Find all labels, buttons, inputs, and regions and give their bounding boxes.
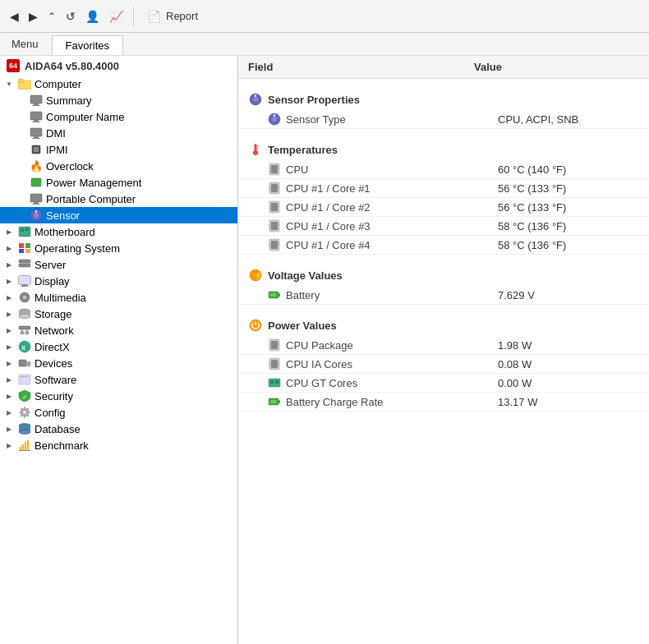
data-field: CPU #1 / Core #2 <box>268 200 498 214</box>
section-header-voltage-values: ⚡Voltage Values <box>238 261 649 286</box>
sidebar-item-label: Portable Computer <box>46 193 136 205</box>
expand-arrow[interactable]: ▶ <box>3 439 15 451</box>
expand-arrow[interactable]: ▶ <box>3 357 15 369</box>
field-value: 0.00 W <box>498 377 532 389</box>
sidebar-item-config[interactable]: ▶Config <box>0 404 237 421</box>
data-row: CPU GT Cores0.00 W <box>238 374 649 393</box>
expand-arrow[interactable]: ▶ <box>3 374 15 385</box>
data-row: CPU #1 / Core #358 °C (136 °F) <box>238 217 649 236</box>
menu-button[interactable]: Menu <box>0 34 50 53</box>
content-panel: Field Value Sensor PropertiesSensor Type… <box>238 56 649 644</box>
sidebar-item-security[interactable]: ▶✓Security <box>0 388 237 404</box>
expand-placeholder <box>15 94 26 106</box>
sidebar-item-benchmark[interactable]: ▶Benchmark <box>0 437 237 453</box>
expand-arrow[interactable]: ▶ <box>3 423 15 435</box>
expand-placeholder <box>15 160 26 172</box>
benchmark-icon <box>18 439 31 452</box>
section-spacer <box>238 255 649 261</box>
svg-point-29 <box>28 264 30 266</box>
svg-rect-33 <box>21 286 29 287</box>
chart-button[interactable]: 📈 <box>106 8 127 25</box>
svg-rect-47 <box>27 361 30 366</box>
sidebar-item-summary[interactable]: Summary <box>0 92 237 108</box>
app-icon: 64 <box>7 59 20 72</box>
expand-arrow[interactable]: ▼ <box>3 78 15 90</box>
sidebar-item-dmi[interactable]: DMI <box>0 125 237 141</box>
field-label: CPU #1 / Core #1 <box>286 182 371 195</box>
sidebar-item-computer[interactable]: ▼Computer <box>0 76 237 92</box>
sidebar-item-portable-computer[interactable]: Portable Computer <box>0 191 237 207</box>
sidebar-item-directx[interactable]: ▶XDirectX <box>0 338 237 355</box>
expand-arrow[interactable]: ▶ <box>3 324 15 336</box>
tree-container: ▼ComputerSummaryComputer NameDMIIPMI🔥Ove… <box>0 76 237 453</box>
sidebar-item-storage[interactable]: ▶Storage <box>0 306 237 322</box>
sidebar-item-operating-system[interactable]: ▶Operating System <box>0 240 237 256</box>
svg-rect-76 <box>271 203 278 211</box>
svg-rect-95 <box>278 400 280 403</box>
sections-container: Sensor PropertiesSensor TypeCPU, ACPI, S… <box>238 79 649 412</box>
section-header-power-values: Power Values <box>238 311 649 336</box>
svg-point-38 <box>19 314 30 319</box>
data-field: Sensor Type <box>268 113 498 126</box>
refresh-button[interactable]: ↺ <box>62 8 79 25</box>
expand-arrow[interactable]: ▶ <box>3 407 15 418</box>
sensor-icon <box>30 209 43 222</box>
sidebar-item-label: IPMI <box>46 144 68 156</box>
sidebar-item-server[interactable]: ▶Server <box>0 256 237 273</box>
cpu-row-icon <box>268 182 281 195</box>
svg-rect-16 <box>32 204 40 205</box>
svg-point-64 <box>253 97 258 102</box>
sidebar-item-software[interactable]: ▶Software <box>0 371 237 388</box>
battery-row-icon <box>268 395 281 408</box>
field-label: CPU IA Cores <box>286 358 352 370</box>
motherboard-icon <box>18 225 31 238</box>
expand-arrow[interactable]: ▶ <box>3 242 15 254</box>
svg-rect-93 <box>275 380 278 384</box>
monitor-icon <box>30 110 43 123</box>
svg-rect-60 <box>25 442 26 450</box>
sidebar-item-sensor[interactable]: Sensor <box>0 207 237 223</box>
expand-arrow[interactable]: ▶ <box>3 292 15 303</box>
forward-button[interactable]: ▶ <box>25 8 41 25</box>
sidebar-item-network[interactable]: ▶Network <box>0 322 237 338</box>
svg-rect-78 <box>271 222 278 230</box>
sidebar-item-multimedia[interactable]: ▶Multimedia <box>0 289 237 306</box>
directx-icon: X <box>18 340 31 353</box>
user-button[interactable]: 👤 <box>82 8 103 25</box>
section-title: Voltage Values <box>268 269 343 282</box>
sidebar-item-ipmi[interactable]: IPMI <box>0 141 237 158</box>
sidebar-item-display[interactable]: ▶Display <box>0 273 237 289</box>
field-value: 60 °C (140 °F) <box>498 163 566 176</box>
expand-arrow[interactable]: ▶ <box>3 275 15 287</box>
sidebar-item-motherboard[interactable]: ▶Motherboard <box>0 223 237 240</box>
svg-rect-20 <box>21 228 24 232</box>
sidebar-item-label: Software <box>35 374 76 386</box>
svg-rect-50 <box>21 376 22 377</box>
section-spacer <box>238 79 649 85</box>
expand-arrow[interactable]: ▶ <box>3 308 15 320</box>
sidebar-item-overclock[interactable]: 🔥Overclock <box>0 158 237 174</box>
sidebar-item-computer-name[interactable]: Computer Name <box>0 108 237 125</box>
expand-arrow[interactable]: ▶ <box>3 226 15 237</box>
data-field: CPU #1 / Core #4 <box>268 238 498 251</box>
section-spacer <box>238 129 649 136</box>
back-button[interactable]: ◀ <box>7 8 22 25</box>
sidebar-item-devices[interactable]: ▶Devices <box>0 355 237 371</box>
data-field: Battery <box>268 288 498 301</box>
sidebar-item-database[interactable]: ▶Database <box>0 421 237 437</box>
sidebar-item-label: Network <box>35 324 74 337</box>
data-row: CPU #1 / Core #458 °C (136 °F) <box>238 236 649 255</box>
field-value: 58 °C (136 °F) <box>498 220 566 232</box>
sidebar-item-power-management[interactable]: Power Management <box>0 174 237 191</box>
data-row: Battery Charge Rate13.17 W <box>238 393 649 412</box>
expand-arrow[interactable]: ▶ <box>3 390 15 402</box>
favorites-tab[interactable]: Favorites <box>52 35 123 55</box>
svg-rect-88 <box>271 341 278 349</box>
svg-point-66 <box>272 117 277 122</box>
expand-arrow[interactable]: ▶ <box>3 341 15 352</box>
menu-bar: Menu Favorites <box>0 33 649 56</box>
up-button[interactable]: ⌃ <box>44 9 59 24</box>
expand-arrow[interactable]: ▶ <box>3 259 15 270</box>
field-value: 0.08 W <box>498 358 532 370</box>
sidebar-item-label: Devices <box>35 357 72 370</box>
